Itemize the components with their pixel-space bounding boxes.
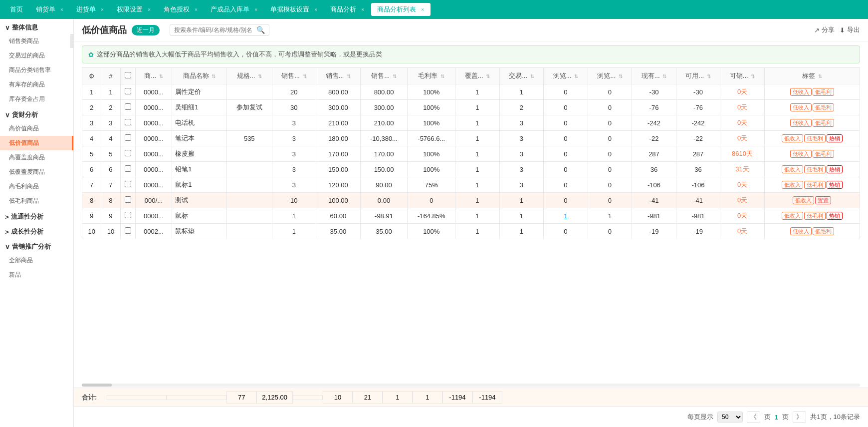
sort-gross-icon: ⇅ — [440, 73, 444, 79]
th-stock2[interactable]: 可用... ⇅ — [676, 68, 720, 84]
th-tags[interactable]: 标签 ⇅ — [764, 68, 860, 84]
nav-sales[interactable]: 销货单 × — [30, 3, 69, 16]
sidebar-section-marketing[interactable]: ∨ 营销推广分析 — [0, 238, 73, 253]
share-btn[interactable]: ↗ 分享 — [814, 25, 835, 34]
td-trade: 3 — [499, 162, 544, 177]
search-icon[interactable]: 🔍 — [256, 26, 265, 34]
close-analysis-list-icon[interactable]: × — [421, 6, 424, 12]
close-purchase-icon[interactable]: × — [101, 6, 104, 12]
th-sales2[interactable]: 销售... ⇅ — [316, 68, 361, 84]
th-sales3[interactable]: 销售... ⇅ — [360, 68, 408, 84]
td-days: 0天 — [720, 100, 765, 115]
td-checkbox[interactable] — [120, 146, 135, 162]
sidebar-item-high-coverage[interactable]: 高覆盖度商品 — [0, 150, 73, 165]
close-permissions-icon[interactable]: × — [148, 6, 151, 12]
th-sales1[interactable]: 销售... ⇅ — [272, 68, 316, 84]
td-code: 0000... — [135, 84, 172, 100]
td-checkbox[interactable] — [120, 177, 135, 193]
sidebar-collapse-btn[interactable]: « — [70, 34, 74, 48]
td-checkbox[interactable] — [120, 193, 135, 208]
td-days: 0天 — [720, 115, 765, 131]
next-page-btn[interactable]: 》 — [793, 411, 806, 423]
sidebar-item-high-value[interactable]: 高价值商品 — [0, 121, 73, 136]
row-checkbox[interactable] — [125, 134, 131, 141]
th-browse1[interactable]: 浏览... ⇅ — [544, 68, 588, 84]
row-checkbox[interactable] — [125, 103, 131, 110]
th-spec[interactable]: 规格... ⇅ — [226, 68, 272, 84]
sidebar-item-high-margin[interactable]: 高毛利商品 — [0, 179, 73, 194]
sidebar-item-low-coverage[interactable]: 低覆盖度商品 — [0, 165, 73, 179]
nav-purchase[interactable]: 进货单 × — [70, 3, 110, 16]
td-name: 吴细细1 — [172, 100, 227, 115]
th-name[interactable]: 商品名称 ⇅ — [172, 68, 227, 84]
td-checkbox[interactable] — [120, 162, 135, 177]
sidebar-item-all-products[interactable]: 全部商品 — [0, 253, 73, 268]
th-stock1[interactable]: 现有... ⇅ — [632, 68, 676, 84]
th-trade[interactable]: 交易... ⇅ — [499, 68, 544, 84]
sidebar-item-category-rate[interactable]: 商品分类销售率 — [0, 63, 73, 77]
row-checkbox[interactable] — [125, 165, 131, 172]
row-checkbox[interactable] — [125, 196, 131, 203]
footer-total: 合计: 77 2,125.00 10 21 1 1 -1194 -1194 — [74, 388, 868, 407]
td-name: 电话机 — [172, 115, 227, 131]
nav-home[interactable]: 首页 — [4, 3, 29, 16]
close-roles-icon[interactable]: × — [195, 6, 198, 12]
close-analysis-icon[interactable]: × — [361, 6, 364, 12]
search-input[interactable] — [174, 26, 254, 33]
th-settings[interactable]: ⚙ — [82, 68, 101, 84]
sidebar-section-growth[interactable]: > 成长性分析 — [0, 223, 73, 238]
sidebar-section-financial[interactable]: ∨ 货财分析 — [0, 106, 73, 121]
nav-permissions[interactable]: 权限设置 × — [111, 3, 157, 16]
td-checkbox[interactable] — [120, 224, 135, 239]
th-sellable[interactable]: 可销... ⇅ — [720, 68, 765, 84]
time-range-btn[interactable]: 近一月 — [132, 25, 160, 35]
th-code[interactable]: 商... ⇅ — [135, 68, 172, 84]
td-code: 0000... — [135, 162, 172, 177]
browse-link[interactable]: 1 — [564, 212, 567, 220]
close-inbound-icon[interactable]: × — [254, 6, 257, 12]
td-checkbox[interactable] — [120, 115, 135, 131]
sidebar-item-new-products[interactable]: 新品 — [0, 268, 73, 282]
nav-template-settings[interactable]: 单据模板设置 × — [264, 3, 323, 16]
sidebar-section-overall[interactable]: ∨ 整体信息 — [0, 19, 73, 34]
row-checkbox[interactable] — [125, 150, 131, 156]
sidebar-item-traded[interactable]: 交易过的商品 — [0, 48, 73, 63]
sidebar-section-liquidity[interactable]: > 流通性分析 — [0, 208, 73, 223]
td-checkbox[interactable] — [120, 100, 135, 115]
td-sales2: 170.00 — [360, 146, 408, 162]
td-checkbox[interactable] — [120, 131, 135, 146]
td-checkbox[interactable] — [120, 208, 135, 224]
sidebar-item-sales-products[interactable]: 销售类商品 — [0, 34, 73, 48]
close-sales-icon[interactable]: × — [60, 6, 63, 12]
row-checkbox[interactable] — [125, 88, 131, 94]
row-checkbox[interactable] — [125, 212, 131, 218]
td-stock1: -106 — [632, 177, 676, 193]
first-page-btn[interactable]: 《 — [747, 411, 760, 423]
nav-roles[interactable]: 角色授权 × — [158, 3, 204, 16]
select-all-checkbox[interactable] — [125, 72, 131, 78]
th-gross[interactable]: 毛利率 ⇅ — [408, 68, 455, 84]
horizontal-scrollbar[interactable] — [82, 384, 860, 387]
nav-product-analysis[interactable]: 商品分析 × — [324, 3, 370, 16]
nav-product-inbound[interactable]: 产成品入库单 × — [205, 3, 263, 16]
th-checkbox[interactable] — [120, 68, 135, 84]
row-checkbox[interactable] — [125, 227, 131, 234]
nav-analysis-list[interactable]: 商品分析列表 × — [371, 3, 430, 16]
th-cover[interactable]: 覆盖... ⇅ — [455, 68, 500, 84]
sidebar-item-low-value[interactable]: 低价值商品 — [0, 136, 73, 150]
export-btn[interactable]: ⬇ 导出 — [840, 25, 860, 34]
sidebar-item-low-margin[interactable]: 低毛利商品 — [0, 194, 73, 208]
td-browse1: 0 — [544, 115, 588, 131]
td-sales1: 150.00 — [316, 162, 361, 177]
sidebar-item-stock-value[interactable]: 库存资金占用 — [0, 92, 73, 106]
sidebar-item-stock[interactable]: 有库存的商品 — [0, 77, 73, 92]
td-trade: 3 — [499, 177, 544, 193]
per-page-select[interactable]: 50 100 200 — [717, 412, 743, 423]
scrollbar-thumb[interactable] — [82, 384, 112, 387]
row-checkbox[interactable] — [125, 119, 131, 125]
td-name: 鼠标垫 — [172, 224, 227, 239]
th-browse2[interactable]: 浏览... ⇅ — [588, 68, 632, 84]
close-template-icon[interactable]: × — [314, 6, 317, 12]
td-checkbox[interactable] — [120, 84, 135, 100]
row-checkbox[interactable] — [125, 181, 131, 187]
